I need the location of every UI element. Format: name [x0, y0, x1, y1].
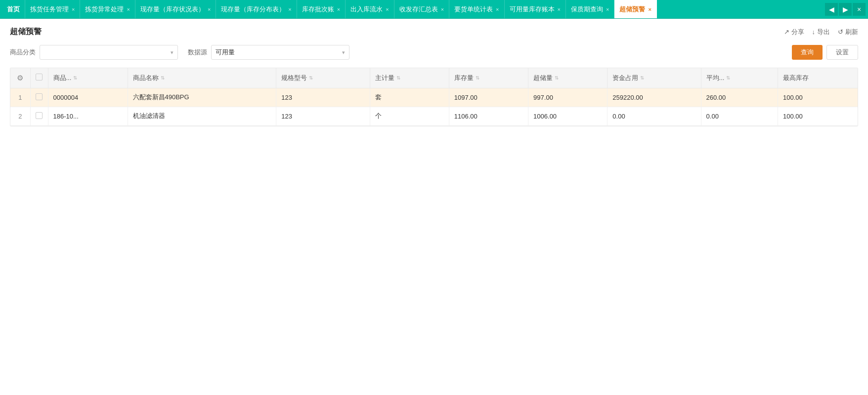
close-available-ledger[interactable]: × [558, 6, 561, 12]
close-inventory-dist[interactable]: × [288, 6, 291, 12]
row-avg: 260.00 [701, 88, 778, 107]
row-spec: 123 [276, 88, 370, 107]
page-title: 超储预警 [10, 27, 42, 37]
sort-inventory-icon: ⇅ [476, 75, 479, 80]
sort-unit-icon: ⇅ [396, 75, 400, 80]
nav-overstock-alert[interactable]: 超储预警 × [614, 0, 656, 19]
data-table: ⚙ 商品... ⇅ 商品名称 ⇅ [10, 68, 858, 126]
close-expiry-check[interactable]: × [606, 6, 609, 12]
page-header: 超储预警 ↗ 分享 ↓ 导出 ↺ 刷新 [10, 27, 858, 37]
row-spec: 123 [276, 107, 370, 125]
datasource-label: 数据源 [188, 48, 207, 57]
th-checkbox [30, 68, 48, 88]
close-overstock-alert[interactable]: × [648, 6, 651, 12]
row-inventory: 1106.00 [449, 107, 528, 125]
close-inventory-batch[interactable]: × [337, 6, 340, 12]
category-dropdown-icon: ▾ [171, 49, 174, 56]
close-inventory-status[interactable]: × [208, 6, 211, 12]
close-consignment-task[interactable]: × [72, 6, 75, 12]
row-checkbox[interactable] [36, 93, 43, 100]
page-content: 超储预警 ↗ 分享 ↓ 导出 ↺ 刷新 商品分类 ▾ 数据源 [0, 19, 868, 134]
share-icon: ↗ [784, 28, 789, 36]
nav-available-ledger[interactable]: 可用量库存账本 × [505, 0, 566, 19]
select-all-checkbox[interactable] [36, 74, 43, 80]
th-settings: ⚙ [10, 68, 30, 88]
sort-product-name-icon: ⇅ [161, 75, 165, 80]
close-order-stats[interactable]: × [496, 6, 499, 12]
category-label: 商品分类 [10, 48, 36, 57]
nav-arrow-right[interactable]: ▶ [839, 3, 852, 16]
refresh-icon: ↺ [838, 28, 843, 36]
th-avg[interactable]: 平均... ⇅ [701, 68, 778, 88]
nav-consignment-exception[interactable]: 拣货异常处理 × [80, 0, 135, 19]
th-inventory[interactable]: 库存量 ⇅ [449, 68, 528, 88]
row-product-name: 六配套新昌490BPG [128, 88, 276, 107]
sort-avg-icon: ⇅ [726, 75, 730, 80]
close-inout-flow[interactable]: × [386, 6, 389, 12]
datasource-select[interactable]: 可用量 ▾ [211, 45, 349, 60]
th-max-stock[interactable]: 最高库存 [778, 68, 858, 88]
row-overstock: 997.00 [528, 88, 608, 107]
close-consignment-exception[interactable]: × [127, 6, 130, 12]
settings-gear-icon[interactable]: ⚙ [17, 74, 23, 82]
nav-arrow-left[interactable]: ◀ [825, 3, 838, 16]
query-button[interactable]: 查询 [792, 45, 823, 60]
category-select[interactable]: ▾ [40, 45, 178, 60]
setting-button[interactable]: 设置 [826, 45, 858, 60]
row-checkbox[interactable] [36, 112, 43, 119]
sort-product-code-icon: ⇅ [73, 75, 77, 80]
row-max-stock: 100.00 [778, 107, 858, 125]
row-checkbox-cell [30, 88, 48, 107]
table-row: 1 0000004 六配套新昌490BPG 123 套 1097.00 997.… [10, 88, 858, 107]
row-overstock: 1006.00 [528, 107, 608, 125]
table-row: 2 186-10... 机油滤清器 123 个 1106.00 1006.00 … [10, 107, 858, 125]
filter-actions: 查询 设置 [792, 45, 858, 60]
export-button[interactable]: ↓ 导出 [812, 28, 830, 37]
th-overstock[interactable]: 超储量 ⇅ [528, 68, 608, 88]
row-avg: 0.00 [701, 107, 778, 125]
row-product-code: 0000004 [48, 88, 128, 107]
sort-overstock-icon: ⇅ [555, 75, 559, 80]
nav-inventory-batch[interactable]: 库存批次账 × [297, 0, 346, 19]
th-spec[interactable]: 规格型号 ⇅ [276, 68, 370, 88]
th-product-code[interactable]: 商品... ⇅ [48, 68, 128, 88]
row-inventory: 1097.00 [449, 88, 528, 107]
row-product-name: 机油滤清器 [128, 107, 276, 125]
sort-spec-icon: ⇅ [309, 75, 313, 80]
nav-order-stats[interactable]: 要货单统计表 × [449, 0, 504, 19]
datasource-filter-group: 数据源 可用量 ▾ [188, 45, 349, 60]
nav-arrow-close[interactable]: × [853, 3, 866, 16]
nav-arrow-group: ◀ ▶ × [825, 3, 866, 16]
datasource-select-value: 可用量 [216, 48, 235, 57]
row-num: 1 [10, 88, 30, 107]
header-actions: ↗ 分享 ↓ 导出 ↺ 刷新 [784, 28, 859, 37]
top-navigation: 首页 拣货任务管理 × 拣货异常处理 × 现存量（库存状况表） × 现存量（库存… [0, 0, 868, 19]
row-unit: 个 [370, 107, 449, 125]
row-unit: 套 [370, 88, 449, 107]
nav-inout-flow[interactable]: 出入库流水 × [346, 0, 394, 19]
share-button[interactable]: ↗ 分享 [784, 28, 804, 37]
nav-inventory-status[interactable]: 现存量（库存状况表） × [135, 0, 216, 19]
close-receipt-summary[interactable]: × [441, 6, 444, 12]
datasource-dropdown-icon: ▾ [342, 49, 345, 56]
nav-inventory-dist[interactable]: 现存量（库存分布表） × [216, 0, 297, 19]
row-capital: 0.00 [608, 107, 701, 125]
row-capital: 259220.00 [608, 88, 701, 107]
data-table-wrapper: ⚙ 商品... ⇅ 商品名称 ⇅ [10, 68, 858, 126]
row-max-stock: 100.00 [778, 88, 858, 107]
export-icon: ↓ [812, 28, 816, 36]
row-product-code: 186-10... [48, 107, 128, 125]
nav-consignment-task[interactable]: 拣货任务管理 × [25, 0, 80, 19]
nav-home[interactable]: 首页 [2, 0, 25, 19]
nav-expiry-check[interactable]: 保质期查询 × [566, 0, 614, 19]
table-header-row: ⚙ 商品... ⇅ 商品名称 ⇅ [10, 68, 858, 88]
sort-capital-icon: ⇅ [640, 75, 644, 80]
nav-receipt-summary[interactable]: 收发存汇总表 × [394, 0, 449, 19]
th-unit[interactable]: 主计量 ⇅ [370, 68, 449, 88]
row-checkbox-cell [30, 107, 48, 125]
th-product-name[interactable]: 商品名称 ⇅ [128, 68, 276, 88]
table-body: 1 0000004 六配套新昌490BPG 123 套 1097.00 997.… [10, 88, 858, 125]
refresh-button[interactable]: ↺ 刷新 [838, 28, 858, 37]
th-capital[interactable]: 资金占用 ⇅ [608, 68, 701, 88]
category-filter-group: 商品分类 ▾ [10, 45, 178, 60]
